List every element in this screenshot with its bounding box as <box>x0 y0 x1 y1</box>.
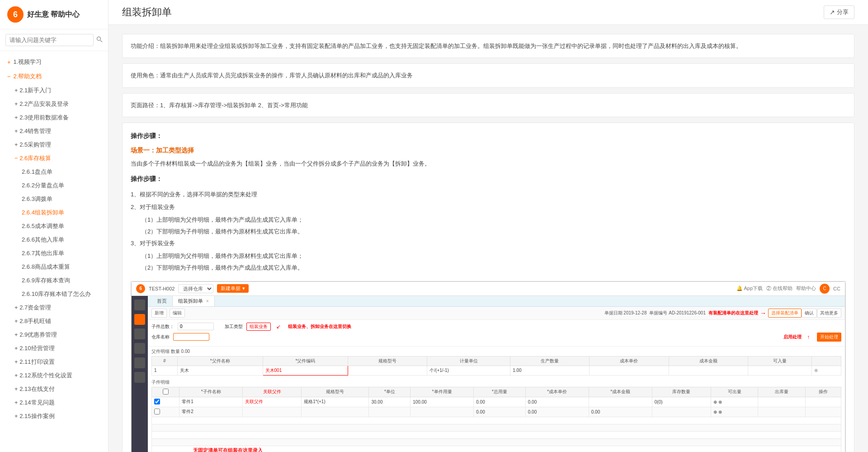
search-button[interactable] <box>96 36 103 44</box>
erp-lower-name1: 零件1 <box>179 397 243 407</box>
sidebar-item-ops[interactable]: + 2.10经营管理 <box>0 342 108 355</box>
sidebar-item-data-prep[interactable]: + 2.3使用前数据准备 <box>0 111 108 124</box>
erp-toolbar: 新增 编辑 单据日期 2019-12-28 单据编号 AD-20191226-0… <box>148 307 845 320</box>
erp-selector[interactable]: 选择仓库 <box>178 284 213 293</box>
logo-text: 好生意 帮助中心 <box>27 10 80 19</box>
erp-nav-icon-3[interactable] <box>134 328 145 339</box>
erp-nav-icon-6[interactable] <box>134 372 145 383</box>
erp-btn-select[interactable]: 选择装配清单 <box>768 309 802 318</box>
erp-btn-add[interactable]: 新增 <box>151 309 167 318</box>
erp-left-nav <box>132 296 148 452</box>
erp-lower-name2: 零件2 <box>179 407 243 417</box>
sidebar-item-video[interactable]: + 1.视频学习 <box>0 55 108 69</box>
erp-lower-parent2 <box>243 407 302 417</box>
ops-title: 操作步骤： <box>131 132 846 140</box>
erp-warehouse-input[interactable] <box>173 333 209 341</box>
search-icon <box>96 36 103 43</box>
erp-col-count-unit: 计量单位 <box>427 356 510 366</box>
erp-lower-op1 <box>805 397 841 407</box>
scene1-title: 场景一：加工类型选择 <box>131 147 846 155</box>
sidebar-item-inventory[interactable]: − 2.6库存核算 <box>0 152 108 165</box>
erp-lower-row5 <box>152 431 841 438</box>
erp-btn-confirm[interactable]: 确认 <box>802 309 817 318</box>
erp-lower-col-check <box>152 387 179 397</box>
erp-tab-close[interactable]: × <box>206 299 209 304</box>
erp-nav-icon-4[interactable] <box>134 343 145 354</box>
erp-row-op-icon[interactable]: ⊕ <box>814 368 818 373</box>
sidebar-item-cash[interactable]: + 2.7资金管理 <box>0 301 108 314</box>
erp-warehouse-label: 仓库名称 <box>151 334 170 340</box>
sidebar-item-install[interactable]: + 2.2产品安装及登录 <box>0 97 108 111</box>
sidebar-item-docs[interactable]: − 2.帮助文档 <box>0 69 108 84</box>
erp-lower-stock2 <box>652 407 711 417</box>
sidebar-item-cost-recalc[interactable]: 2.6.8商品成本重算 <box>0 260 108 274</box>
role-text: 使用角色：通常由生产人员或库管人员完成拆装业务的操作，库管人员确认原材料的出库和… <box>131 72 413 79</box>
sidebar-item-mobile[interactable]: + 2.8手机旺铺 <box>0 314 108 328</box>
erp-lower-row3 <box>152 417 841 424</box>
erp-form-area: 子件总数： 加工类型 组装业务 ↙ 组装业务、拆卸业务在这里切换 仓库名称 <box>148 320 845 347</box>
erp-count-input[interactable] <box>178 323 214 330</box>
erp-btn-start[interactable]: 开始处理 <box>817 333 841 342</box>
erp-nav-icon-2[interactable] <box>134 314 145 325</box>
sidebar-item-faq[interactable]: + 2.14常见问题 <box>0 396 108 409</box>
content-body: 操作步骤： 场景一：加工类型选择 当由多个子件材料组装成一个成品的业务为【组装】… <box>122 123 854 452</box>
sidebar-item-personalize[interactable]: + 2.12系统个性化设置 <box>0 369 108 382</box>
sidebar-item-adjust[interactable]: 2.6.3调拨单 <box>0 192 108 206</box>
prefix-data-prep: + <box>14 114 19 121</box>
erp-tab-assembly[interactable]: 组装拆卸单 × <box>173 296 215 306</box>
erp-lower-table-area: 子件明细 *子件名称 关联父件 规格型号 *单位 <box>148 377 845 452</box>
erp-tab-home[interactable]: 首页 <box>151 296 173 306</box>
erp-lower-check2-input[interactable] <box>154 409 160 414</box>
sidebar-item-sales[interactable]: + 2.4销售管理 <box>0 124 108 138</box>
erp-upper-cell-cost <box>590 366 669 375</box>
sidebar-item-stock-query[interactable]: 2.6.9库存账本查询 <box>0 274 108 287</box>
erp-lower-col-op2: 操作 <box>805 387 841 397</box>
sidebar-item-stocktake[interactable]: 2.6.1盘点单 <box>0 165 108 179</box>
sidebar-item-assembly[interactable]: 2.6.4组装拆卸单 <box>0 206 108 219</box>
prefix-case: + <box>14 413 19 419</box>
erp-btn-more[interactable]: 其他更多 <box>817 309 841 318</box>
erp-btn-edit[interactable]: 编辑 <box>170 309 185 318</box>
erp-upper-cell-unit: 个/(+1/-1) <box>427 366 510 375</box>
erp-nav-icon-5[interactable] <box>134 357 145 368</box>
sidebar-item-print[interactable]: + 2.11打印设置 <box>0 355 108 369</box>
erp-upper-code-val: 关木001 <box>265 368 282 373</box>
sidebar: 6 好生意 帮助中心 + 1.视频学习 − 2.帮助文档 + 2.1新手入门 <box>0 0 108 452</box>
role-block: 使用角色：通常由生产人员或库管人员完成拆装业务的操作，库管人员确认原材料的出库和… <box>122 63 854 87</box>
scene1-desc: 当由多个子件材料组装成一个成品的业务为【组装】业务，当由一个父件拆分成多个子产品… <box>131 158 846 170</box>
sidebar-item-coupon[interactable]: + 2.9优惠券管理 <box>0 328 108 342</box>
sidebar-item-other-in[interactable]: 2.6.6其他入库单 <box>0 233 108 247</box>
sidebar-item-case[interactable]: + 2.15操作案例 <box>0 409 108 423</box>
erp-lower-row1: 零件1 关联父件 规格1*(+1) 30.00 100.00 0.00 0.00 <box>152 397 841 407</box>
erp-lower-check-all[interactable] <box>163 389 169 395</box>
erp-col-goods: *父件名称 <box>177 356 263 366</box>
sidebar-item-cost-adj[interactable]: 2.6.5成本调整单 <box>0 219 108 233</box>
intro-block: 功能介绍：组装拆卸单用来处理企业组装或拆卸等加工业务，支持有固定装配清单的产品加… <box>122 34 854 58</box>
sidebar-label-docs: 2.帮助文档 <box>14 72 42 81</box>
erp-new-btn[interactable]: 新建单据 ▾ <box>217 284 248 293</box>
sidebar-item-stock-error[interactable]: 2.6.10库存账本错了怎么办 <box>0 287 108 301</box>
steps-list: 1、根据不同的业务，选择不同单据的类型来处理 2、对于组装业务 （1）上部明细为… <box>131 189 846 274</box>
step1: 1、根据不同的业务，选择不同单据的类型来处理 <box>131 189 846 200</box>
search-area <box>0 29 108 51</box>
erp-screenshot: 6 TEST-H002 选择仓库 新建单据 ▾ 🔔 App下载 ② 在线帮助 帮… <box>131 281 846 452</box>
sidebar-item-new-user[interactable]: + 2.1新手入门 <box>0 84 108 97</box>
sidebar-item-online-pay[interactable]: + 2.13在线支付 <box>0 382 108 396</box>
erp-annotation1: 有装配清单的在这里处理 <box>708 310 758 316</box>
sidebar-item-split-stocktake[interactable]: 2.6.2分量盘点单 <box>0 179 108 192</box>
erp-body: 首页 组装拆卸单 × 新增 编辑 单据日期 2019-12-28 单据编号 AD… <box>132 296 845 452</box>
prefix-personalize: + <box>14 372 19 379</box>
share-button[interactable]: ↗ 分享 <box>824 5 854 19</box>
erp-lower-table-title: 子件明细 <box>151 379 841 385</box>
erp-upper-cell-op[interactable]: ⊕ <box>811 366 841 375</box>
sidebar-item-other-out[interactable]: 2.6.7其他出库单 <box>0 247 108 260</box>
erp-lower-check1 <box>152 397 179 407</box>
erp-company-label: TEST-H002 <box>149 286 175 291</box>
sidebar-item-purchase[interactable]: + 2.5采购管理 <box>0 138 108 152</box>
erp-type-field[interactable]: 组装业务 <box>246 323 271 331</box>
erp-lower-spec1: 规格1*(+1) <box>302 397 369 407</box>
erp-upper-table-title: 父件明细 数量 0.00 <box>151 348 841 355</box>
search-input[interactable] <box>5 34 94 46</box>
erp-lower-check1-input[interactable] <box>154 399 160 404</box>
erp-nav-icon-1[interactable] <box>134 300 145 310</box>
